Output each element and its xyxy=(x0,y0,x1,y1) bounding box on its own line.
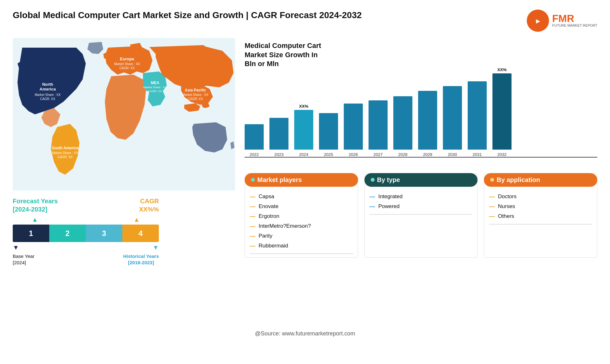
forecast-years-label: Forecast Years [2024-2032] xyxy=(13,197,58,213)
item-text: Parity xyxy=(259,233,272,239)
base-year-value: [2024] xyxy=(13,260,34,266)
by-type-box: By type — Integrated — Powered xyxy=(364,173,478,258)
bar-2026-rect xyxy=(344,104,363,150)
timeline-segment-1: 1 xyxy=(13,225,49,242)
page-title: Global Medical Computer Cart Market Size… xyxy=(13,10,362,21)
svg-text:Market Share : XX: Market Share : XX xyxy=(143,86,167,89)
bar-2029: 2029 xyxy=(418,85,437,157)
base-year-text: Base Year xyxy=(13,253,34,260)
bar-2026: 2026 xyxy=(344,98,363,157)
list-item: — Parity xyxy=(250,231,353,241)
svg-text:South America: South America xyxy=(52,146,79,150)
bar-2024-label: XX% xyxy=(299,104,308,109)
bar-2031-rect xyxy=(468,81,487,150)
dash-icon: — xyxy=(489,213,495,220)
svg-text:▶: ▶ xyxy=(536,18,540,24)
bar-2023-rect xyxy=(269,118,288,150)
category-border-bottom xyxy=(250,253,353,254)
by-type-list: — Integrated — Powered xyxy=(365,192,478,212)
svg-text:America: America xyxy=(39,87,56,91)
item-text: Others xyxy=(498,213,514,219)
timeline-segment-4: 4 xyxy=(122,225,159,242)
bar-2030-rect xyxy=(443,86,462,150)
list-item: — Doctors xyxy=(489,192,592,202)
list-item: — Integrated xyxy=(369,192,473,202)
cagr-arrow-up: ▲ xyxy=(133,216,140,223)
svg-text:CAGR: XX: CAGR: XX xyxy=(58,155,73,159)
by-application-box: By application — Doctors — Nurses — Othe… xyxy=(484,173,597,258)
market-players-header: Market players xyxy=(245,173,358,187)
item-text: Ergotron xyxy=(259,213,279,219)
svg-text:CAGR: XX: CAGR: XX xyxy=(188,97,203,101)
list-item: — InterMetro?Emerson? xyxy=(250,221,353,231)
dash-icon: — xyxy=(250,233,255,239)
category-border-bottom xyxy=(369,214,473,215)
svg-text:North: North xyxy=(42,82,53,87)
bar-2032-label: XX% xyxy=(498,67,507,72)
dash-icon: — xyxy=(369,203,375,210)
list-item: — Nurses xyxy=(489,202,592,212)
bottom-labels-row: Base Year [2024] Historical Years [2018-… xyxy=(13,253,159,266)
timeline-segment-3: 3 xyxy=(86,225,122,242)
historical-arrow-down: ▼ xyxy=(152,244,159,251)
main-content: North America Market Share : XX CAGR: XX… xyxy=(13,38,597,324)
svg-text:CAGR: XX: CAGR: XX xyxy=(40,97,55,101)
bar-chart: 2022 2023 XX% 2024 202 xyxy=(245,75,597,158)
by-application-header: By application xyxy=(484,173,597,187)
logo-text: FMR xyxy=(552,13,597,24)
bar-2022: 2022 xyxy=(245,118,264,157)
svg-text:Market Share : XX: Market Share : XX xyxy=(35,93,61,97)
bar-2028: 2028 xyxy=(393,90,412,157)
item-text: Integrated xyxy=(378,193,403,200)
list-item: — Powered xyxy=(369,202,473,212)
dash-icon: — xyxy=(489,193,495,200)
source-line: @Source: www.futuremarketreport.com xyxy=(13,330,597,337)
bar-2025-rect xyxy=(319,113,338,150)
base-year-arrow-down: ▼ xyxy=(13,244,19,251)
svg-text:Market Share : XX: Market Share : XX xyxy=(114,62,140,66)
by-type-label: By type xyxy=(377,176,400,184)
page-header: Global Medical Computer Cart Market Size… xyxy=(13,10,597,32)
dash-icon: — xyxy=(250,243,255,249)
forecast-labels: Forecast Years [2024-2032] CAGR XX%% xyxy=(13,197,159,213)
bar-2032: XX% 2032 xyxy=(492,67,512,157)
svg-text:Asia Pacific: Asia Pacific xyxy=(185,88,206,92)
logo-area: ▶ FMR FUTURE MARKET REPORT xyxy=(527,10,597,32)
logo-icon: ▶ xyxy=(527,10,549,32)
list-item: — Capsa xyxy=(250,192,353,202)
list-item: — Enovate xyxy=(250,202,353,212)
bar-2025: 2025 xyxy=(319,107,338,157)
bar-2028-rect xyxy=(393,96,412,150)
market-players-label: Market players xyxy=(257,176,302,184)
historical-value: [2018-2023] xyxy=(123,260,159,266)
svg-text:CAGR: XX: CAGR: XX xyxy=(148,90,162,93)
cagr-value-label: CAGR XX%% xyxy=(139,197,159,213)
base-year-label: Base Year [2024] xyxy=(13,253,34,266)
list-item: — Others xyxy=(489,212,592,221)
dash-icon: — xyxy=(250,213,255,220)
dash-icon: — xyxy=(369,193,375,200)
timeline-segment-2: 2 xyxy=(49,225,86,242)
svg-text:CAGR: XX: CAGR: XX xyxy=(119,66,135,70)
dash-icon: — xyxy=(489,203,495,210)
list-item: — Ergotron xyxy=(250,212,353,221)
market-players-list: — Capsa — Enovate — Ergotron — InterMetr… xyxy=(245,192,358,251)
item-text: Rubbermaid xyxy=(259,243,288,249)
market-players-dot xyxy=(251,178,255,182)
forecast-arrows-up: ▲ ▲ xyxy=(13,216,159,223)
dash-icon: — xyxy=(250,193,255,200)
by-type-dot xyxy=(371,178,375,182)
chart-section: Medical Computer Cart Market Size Growth… xyxy=(245,38,597,161)
bar-2032-rect xyxy=(492,73,512,150)
svg-text:MEA: MEA xyxy=(151,81,159,85)
item-text: Capsa xyxy=(259,193,274,200)
market-players-box: Market players — Capsa — Enovate — Ergot… xyxy=(245,173,358,258)
item-text: Powered xyxy=(378,203,400,210)
dash-icon: — xyxy=(250,203,255,210)
by-application-dot xyxy=(490,178,494,182)
dash-icon: — xyxy=(250,223,255,230)
bar-2024: XX% 2024 xyxy=(294,104,313,157)
historical-text: Historical Years xyxy=(123,253,159,260)
item-text: Nurses xyxy=(498,203,515,210)
categories-section: Market players — Capsa — Enovate — Ergot… xyxy=(245,173,597,258)
